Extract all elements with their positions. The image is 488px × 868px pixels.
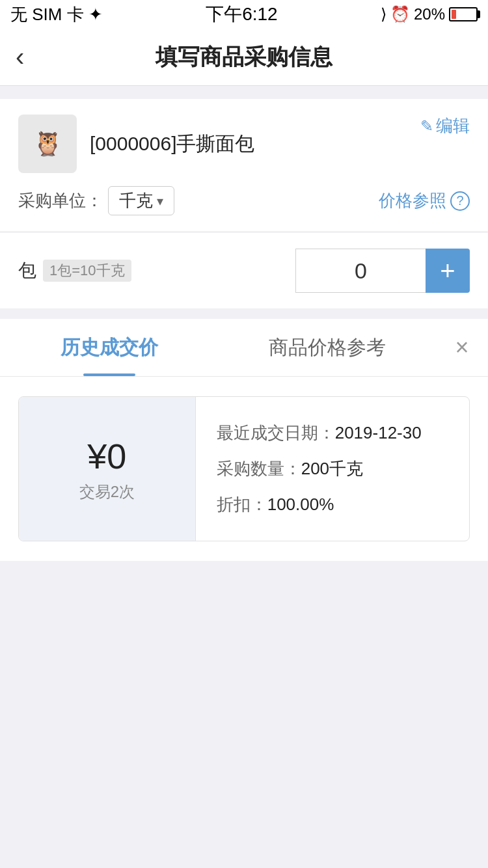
unit-selector-group: 采购单位： 千克 ▾ (18, 186, 174, 215)
tabs-header: 历史成交价 商品价格参考 × (0, 319, 488, 377)
battery-icon (449, 7, 478, 21)
status-bar: 无 SIM 卡 ✦ 下午6:12 ⟩ ⏰ 20% (0, 0, 488, 29)
discount-row: 折扣：100.00% (217, 492, 448, 517)
status-time: 下午6:12 (206, 2, 278, 27)
purchase-qty-value: 200千克 (301, 459, 363, 478)
price-reference-button[interactable]: 价格参照 ? (379, 189, 470, 212)
page-title: 填写商品采购信息 (156, 42, 332, 72)
transaction-count: 交易2次 (79, 481, 135, 502)
edit-button[interactable]: ✎ 编辑 (420, 115, 470, 137)
bottom-area (0, 561, 488, 868)
edit-label: 编辑 (436, 115, 470, 137)
tabs-section: 历史成交价 商品价格参考 × ¥0 交易2次 最近成交日期：2019-12-30… (0, 319, 488, 561)
back-button[interactable]: ‹ (16, 42, 24, 72)
recent-date-row: 最近成交日期：2019-12-30 (217, 420, 448, 446)
discount-value: 100.00% (267, 495, 334, 514)
quantity-row: 包 1包=10千克 0 + (0, 232, 488, 308)
product-thumbnail: 🦉 (18, 115, 77, 173)
history-price-card: ¥0 交易2次 最近成交日期：2019-12-30 采购数量：200千克 折扣：… (18, 396, 470, 541)
product-thumbnail-icon: 🦉 (33, 130, 62, 157)
price-ref-label: 价格参照 (379, 189, 446, 212)
price-details: 最近成交日期：2019-12-30 采购数量：200千克 折扣：100.00% (196, 397, 469, 541)
purchase-qty-label: 采购数量： (217, 459, 301, 478)
purchase-qty-row: 采购数量：200千克 (217, 456, 448, 481)
edit-icon: ✎ (420, 117, 433, 135)
price-summary: ¥0 交易2次 (19, 397, 196, 541)
tab-product-price-ref-label: 商品价格参考 (269, 334, 386, 361)
recent-date-label: 最近成交日期： (217, 423, 335, 442)
tab-product-price-ref[interactable]: 商品价格参考 (218, 319, 436, 376)
currency-symbol: ¥ (87, 437, 107, 476)
quantity-controls: 0 + (295, 249, 470, 293)
status-left: 无 SIM 卡 ✦ (10, 3, 103, 26)
product-name: [0000006]手撕面包 (90, 130, 254, 157)
unit-select[interactable]: 千克 ▾ (108, 186, 174, 215)
unit-label: 采购单位： (18, 189, 103, 212)
unit-value: 千克 (119, 189, 153, 212)
nav-bar: ‹ 填写商品采购信息 (0, 29, 488, 86)
status-right: ⟩ ⏰ 20% (381, 5, 478, 23)
signal-text: 无 SIM 卡 ✦ (10, 3, 103, 26)
discount-label: 折扣： (217, 495, 267, 514)
alarm-icon: ⏰ (390, 5, 410, 23)
product-card: 🦉 [0000006]手撕面包 ✎ 编辑 采购单位： 千克 ▾ 价格参照 ? (0, 99, 488, 231)
qty-conversion: 1包=10千克 (43, 260, 131, 282)
product-info: 🦉 [0000006]手撕面包 (18, 115, 254, 173)
location-icon: ⟩ (381, 5, 386, 23)
battery-percent: 20% (414, 5, 445, 23)
product-unit-row: 采购单位： 千克 ▾ 价格参照 ? (18, 186, 470, 215)
tab-history-price-label: 历史成交价 (61, 334, 158, 361)
help-circle-icon: ? (450, 191, 470, 211)
chevron-down-icon: ▾ (157, 193, 163, 209)
qty-unit-name: 包 (18, 258, 36, 283)
quantity-plus-button[interactable]: + (426, 249, 470, 293)
price-amount: ¥0 (87, 436, 126, 476)
price-value: 0 (107, 437, 126, 476)
quantity-input[interactable]: 0 (295, 249, 426, 293)
tab-content-history: ¥0 交易2次 最近成交日期：2019-12-30 采购数量：200千克 折扣：… (0, 377, 488, 561)
quantity-label: 包 1包=10千克 (18, 258, 131, 283)
product-header: 🦉 [0000006]手撕面包 ✎ 编辑 (18, 115, 470, 173)
tab-history-price[interactable]: 历史成交价 (0, 319, 218, 376)
recent-date-value: 2019-12-30 (335, 423, 422, 442)
tabs-close-button[interactable]: × (436, 319, 488, 376)
